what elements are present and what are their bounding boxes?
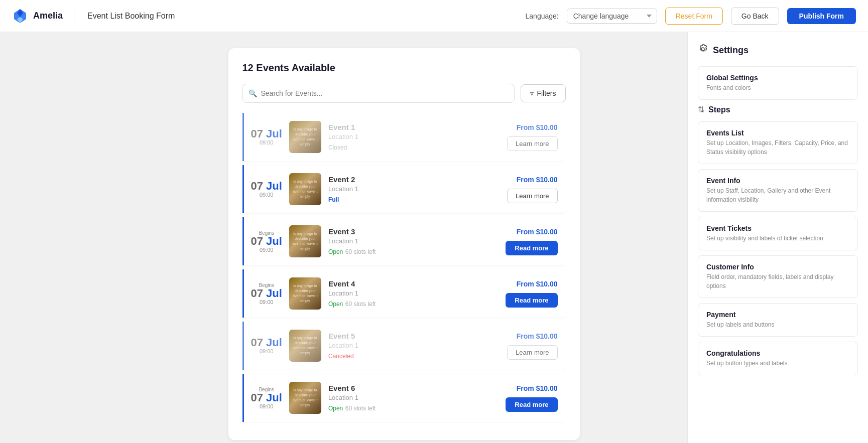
- page-title: Event List Booking Form: [87, 12, 175, 21]
- learn-more-button[interactable]: Learn more: [507, 136, 557, 151]
- event-status-wrap: Open 60 slots left: [328, 403, 499, 412]
- event-time: 09:00: [251, 299, 282, 305]
- header-controls: Language: Change language Reset Form Go …: [526, 8, 856, 25]
- event-date: 07 Jul 09:00: [251, 181, 282, 198]
- event-month: Jul: [263, 235, 282, 247]
- event-info: Event 4 Location 1 Open 60 slots left: [328, 279, 499, 308]
- left-space: [0, 32, 120, 443]
- event-status-wrap: Closed: [328, 142, 500, 152]
- step-card[interactable]: Congratulations Set up button types and …: [698, 342, 858, 375]
- global-settings-desc: Fonts and colors: [706, 83, 849, 92]
- step-card[interactable]: Events List Set up Location, Images, Fil…: [698, 121, 858, 164]
- global-settings-card[interactable]: Global Settings Fonts and colors: [698, 66, 858, 100]
- right-sidebar: Settings Global Settings Fonts and color…: [687, 32, 868, 443]
- step-title: Events List: [706, 129, 849, 137]
- go-back-button[interactable]: Go Back: [731, 8, 779, 25]
- filter-icon: ▿: [530, 89, 534, 97]
- event-status: Open: [328, 248, 343, 255]
- events-count-title: 12 Events Available: [242, 62, 566, 74]
- event-info: Event 1 Location 1 Closed: [328, 123, 500, 152]
- event-time: 09:00: [251, 139, 282, 145]
- event-name: Event 6: [328, 384, 499, 392]
- read-more-button[interactable]: Read more: [506, 241, 557, 255]
- event-right: From $10.00 Learn more: [507, 332, 557, 360]
- event-status: Open: [328, 301, 343, 308]
- event-day: 07 Jul: [251, 181, 282, 192]
- event-date: 07 Jul 09:00: [251, 128, 282, 145]
- event-thumbnail: is any image to describe your event or l…: [289, 173, 321, 205]
- step-desc: Set up Location, Images, Filters, Capaci…: [706, 138, 849, 157]
- events-list: 07 Jul 09:00 is any image to describe yo…: [242, 113, 566, 422]
- event-location: Location 1: [328, 289, 499, 297]
- event-name: Event 2: [328, 175, 500, 184]
- slots-text: 60 slots left: [345, 405, 376, 412]
- event-price: From $10.00: [517, 123, 558, 131]
- event-price: From $10.00: [517, 280, 558, 288]
- event-price: From $10.00: [517, 332, 558, 340]
- event-item: Begins 07 Jul 09:00 is any image to desc…: [242, 217, 566, 265]
- event-time: 09:00: [251, 192, 282, 198]
- sidebar-header: Settings: [698, 44, 858, 56]
- event-item: 07 Jul 09:00 is any image to describe yo…: [242, 165, 566, 213]
- event-thumbnail: is any image to describe your event or l…: [289, 121, 321, 153]
- event-location: Location 1: [328, 394, 499, 401]
- event-location: Location 1: [328, 185, 500, 193]
- event-month: Jul: [263, 127, 282, 140]
- step-card[interactable]: Event Tickets Set up visibility and labe…: [698, 217, 858, 250]
- step-card[interactable]: Customer Info Field order, mandatory fie…: [698, 255, 858, 298]
- search-input[interactable]: [242, 84, 515, 103]
- slots-text: 60 slots left: [345, 301, 376, 308]
- event-item: Begins 07 Jul 09:00 is any image to desc…: [242, 269, 566, 318]
- event-right: From $10.00 Read more: [506, 228, 557, 255]
- learn-more-button[interactable]: Learn more: [507, 189, 557, 203]
- logo-text: Amelia: [33, 11, 63, 21]
- event-date: Begins 07 Jul 09:00: [251, 387, 282, 409]
- read-more-button[interactable]: Read more: [506, 293, 557, 308]
- center-content: 12 Events Available 🔍 ▿ Filters 07 Jul 0…: [120, 32, 687, 443]
- reset-form-button[interactable]: Reset Form: [665, 8, 723, 25]
- event-name: Event 1: [328, 123, 500, 131]
- logo-area: Amelia: [12, 8, 63, 24]
- step-desc: Set up button types and labels: [706, 359, 849, 368]
- steps-title: Steps: [708, 105, 730, 114]
- event-right: From $10.00 Learn more: [507, 176, 557, 203]
- event-time: 09:00: [251, 348, 282, 354]
- steps-header: ⇅ Steps: [698, 105, 858, 114]
- search-bar: 🔍 ▿ Filters: [242, 84, 566, 103]
- global-settings-title: Global Settings: [706, 74, 849, 82]
- event-status: Canceled: [328, 353, 354, 360]
- event-thumbnail: is any image to describe your event or l…: [289, 277, 321, 310]
- learn-more-button[interactable]: Learn more: [507, 345, 557, 360]
- event-right: From $10.00 Read more: [506, 280, 557, 308]
- language-select[interactable]: Change language: [567, 9, 657, 24]
- publish-form-button[interactable]: Publish Form: [787, 8, 856, 24]
- steps-icon: ⇅: [698, 105, 704, 114]
- step-desc: Set up labels and buttons: [706, 320, 849, 329]
- header: Amelia Event List Booking Form Language:…: [0, 0, 868, 32]
- event-info: Event 2 Location 1 Full: [328, 175, 500, 204]
- event-time: 09:00: [251, 403, 282, 409]
- event-status-wrap: Full: [328, 195, 500, 204]
- step-card[interactable]: Payment Set up labels and buttons: [698, 303, 858, 337]
- step-desc: Set up Staff, Location, Gallery and othe…: [706, 186, 849, 204]
- event-name: Event 5: [328, 332, 500, 340]
- event-date: Begins 07 Jul 09:00: [251, 282, 282, 305]
- event-item: 07 Jul 09:00 is any image to describe yo…: [242, 113, 566, 161]
- read-more-button[interactable]: Read more: [506, 397, 557, 412]
- step-card[interactable]: Event Info Set up Staff, Location, Galle…: [698, 169, 858, 212]
- event-month: Jul: [263, 287, 282, 300]
- filters-button[interactable]: ▿ Filters: [521, 84, 565, 102]
- step-title: Customer Info: [706, 263, 849, 271]
- event-thumbnail: is any image to describe your event or l…: [289, 225, 321, 257]
- event-date: Begins 07 Jul 09:00: [251, 230, 282, 253]
- event-day: 07 Jul: [251, 288, 282, 299]
- event-thumbnail: is any image to describe your event or l…: [289, 382, 321, 414]
- event-time: 09:00: [251, 247, 282, 253]
- step-desc: Set up visibility and labels of ticket s…: [706, 234, 849, 243]
- search-icon: 🔍: [249, 89, 257, 97]
- event-thumbnail: is any image to describe your event or l…: [289, 330, 321, 362]
- event-status-wrap: Open 60 slots left: [328, 247, 499, 256]
- language-label: Language:: [526, 12, 559, 20]
- event-location: Location 1: [328, 237, 499, 245]
- main-layout: 12 Events Available 🔍 ▿ Filters 07 Jul 0…: [0, 32, 868, 443]
